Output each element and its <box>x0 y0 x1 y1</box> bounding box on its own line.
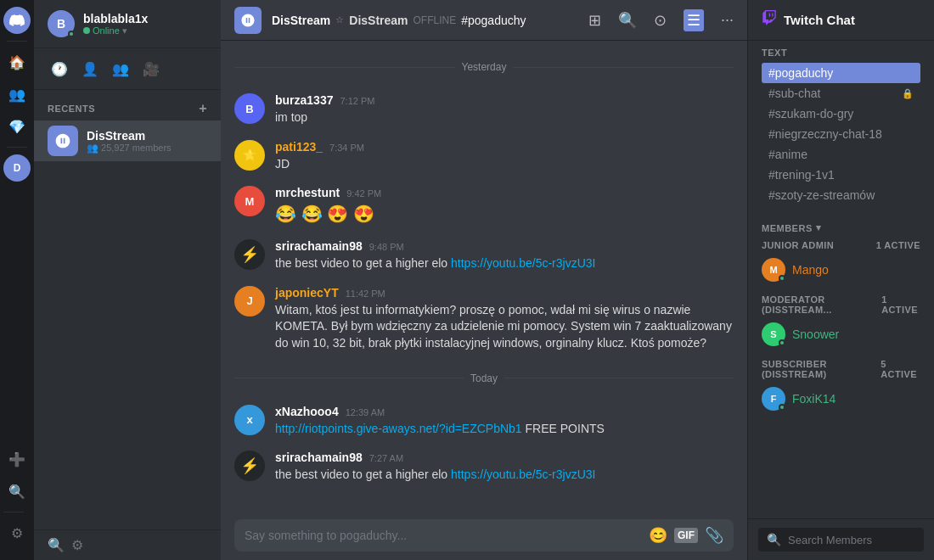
chat-input-area: 😊 GIF 📎 <box>221 511 747 560</box>
server-avatar <box>48 126 78 156</box>
video-icon[interactable]: 🎥 <box>139 57 163 81</box>
chat-messages: Yesterday B burza1337 7:12 PM im top ⭐ p… <box>221 41 747 511</box>
search-members-icon: 🔍 <box>767 533 781 546</box>
msg-time-sriracha2: 7:27 AM <box>369 453 403 463</box>
sidebar-header: B blablabla1x Online ▾ <box>34 0 221 48</box>
menu-icon[interactable]: ☰ <box>684 9 704 31</box>
discord-logo[interactable] <box>3 7 31 34</box>
gif-icon[interactable]: GIF <box>674 528 698 543</box>
msg-text-sriracha1: the best video to get a higher elo https… <box>275 255 734 272</box>
message-xnazhooo4: x xNazhooo4 12:39 AM http://riotpoints.g… <box>234 405 734 438</box>
online-status: Online ▾ <box>83 25 148 36</box>
more-icon[interactable]: ··· <box>721 11 734 29</box>
user-avatar: B <box>48 10 75 37</box>
avatar-sriracha1: ⚡ <box>234 239 265 270</box>
status-dot-foxik14 <box>779 404 785 411</box>
msg-text-sriracha2: the best video to get a higher elo https… <box>275 467 734 484</box>
member-name-snoower: Snoower <box>792 328 839 341</box>
clock-icon[interactable]: 🕐 <box>48 57 71 81</box>
members-section: MEMBERS ▾ JUNIOR ADMIN 1 Active M Mango … <box>748 216 934 427</box>
channel-szukam[interactable]: #szukam-do-gry <box>762 104 920 124</box>
member-mango[interactable]: M Mango <box>762 255 920 284</box>
role-header-moderator: MODERATOR (DISSTREAM... 1 Active <box>762 294 920 315</box>
attachment-icon[interactable]: 📎 <box>705 526 723 545</box>
msg-content-burza1337: burza1337 7:12 PM im top <box>275 93 734 126</box>
home-icon[interactable]: 🏠 <box>3 48 31 76</box>
explore-icon[interactable]: 🔍 <box>3 478 31 505</box>
settings-footer-icon[interactable]: ⚙ <box>71 537 83 553</box>
avatar-burza1337: B <box>234 93 265 124</box>
msg-time-sriracha1: 9:48 PM <box>369 242 404 252</box>
status-dot <box>83 27 90 34</box>
friends-icon[interactable]: 👤 <box>78 57 102 81</box>
chat-server-name2: DisStream <box>349 14 408 27</box>
nitro-icon[interactable]: 💎 <box>3 113 31 140</box>
message-burza1337: B burza1337 7:12 PM im top <box>234 93 734 126</box>
username-label: blablabla1x <box>83 12 148 25</box>
role-header-junior-admin: JUNIOR ADMIN 1 Active <box>762 240 920 250</box>
member-foxik14[interactable]: F FoxiK14 <box>762 384 920 413</box>
twitch-chat-label: Twitch Chat <box>784 13 855 27</box>
chat-input[interactable] <box>245 529 642 542</box>
link-sriracha1[interactable]: https://youtu.be/5c-r3jvzU3I <box>451 256 595 270</box>
msg-time-mrchestunt: 9:42 PM <box>346 188 381 199</box>
channel-anime[interactable]: #anime <box>762 144 920 165</box>
channel-niegrzeczny[interactable]: #niegrzeczny-chat-18 <box>762 124 920 144</box>
avatar-foxik14: F <box>762 387 785 411</box>
search-members-input[interactable] <box>788 534 931 546</box>
message-sriracha1: ⚡ srirachamain98 9:48 PM the best video … <box>234 239 734 272</box>
msg-text-japoniec: Witam, ktoś jest tu informatykiem? prosz… <box>275 302 734 352</box>
msg-text-burza1337: im top <box>275 109 734 126</box>
text-section-label: TEXT <box>762 48 920 58</box>
apps-icon[interactable]: ⊞ <box>588 11 601 30</box>
sidebar-footer: 🔍 ⚙ <box>34 529 221 560</box>
link-sriracha2[interactable]: https://youtu.be/5c-r3jvzU3I <box>451 468 595 481</box>
msg-time-xnazhooo4: 12:39 AM <box>346 407 385 417</box>
channel-sub-chat[interactable]: #sub-chat 🔒 <box>762 83 920 104</box>
message-japoniec: J japoniecYT 11:42 PM Witam, ktoś jest t… <box>234 286 734 352</box>
add-friend-icon[interactable]: 👥 <box>109 57 132 81</box>
search-bar: 🔍 <box>748 518 934 560</box>
add-server-icon[interactable]: ➕ <box>3 445 31 473</box>
right-panel: Twitch Chat TEXT #pogaduchy #sub-chat 🔒 … <box>747 0 934 560</box>
member-snoower[interactable]: S Snoower <box>762 320 920 349</box>
server-icon[interactable]: D <box>3 154 31 182</box>
role-moderator: MODERATOR (DISSTREAM... 1 Active S Snoow… <box>762 294 920 349</box>
main-chat: DisStream ☆ DisStream OFFLINE #pogaduchy… <box>221 0 747 560</box>
members-header[interactable]: MEMBERS ▾ <box>762 222 920 233</box>
msg-time-burza1337: 7:12 PM <box>340 96 374 106</box>
member-name-foxik14: FoxiK14 <box>792 392 836 406</box>
server-small-avatar <box>234 7 262 34</box>
today-separator: Today <box>234 372 734 384</box>
member-name-mango: Mango <box>792 263 829 277</box>
msg-content-pati123: pati123_ 7:34 PM JD <box>275 140 734 173</box>
link-xnazhooo4[interactable]: http://riotpoints.give-aways.net/?id=EZC… <box>275 422 522 435</box>
chat-header: DisStream ☆ DisStream OFFLINE #pogaduchy… <box>221 0 747 41</box>
offline-status: OFFLINE <box>414 14 457 26</box>
search-icon[interactable]: 🔍 <box>618 11 637 30</box>
search-footer-icon[interactable]: 🔍 <box>48 537 65 553</box>
disstream-server-item[interactable]: DisStream 👥 25,927 members <box>34 120 221 161</box>
msg-text-xnazhooo4: http://riotpoints.give-aways.net/?id=EZC… <box>275 421 734 438</box>
separator <box>7 41 27 42</box>
msg-text-pati123: JD <box>275 156 734 173</box>
msg-content-japoniec: japoniecYT 11:42 PM Witam, ktoś jest tu … <box>275 286 734 352</box>
recents-header: Recents + <box>34 90 221 120</box>
user-settings-icon[interactable]: ⚙ <box>3 519 31 546</box>
avatar-japoniec: J <box>234 286 265 316</box>
add-button[interactable]: + <box>199 102 207 115</box>
chat-channel: #pogaduchy <box>461 14 526 27</box>
icon-bar: 🏠 👥 💎 D ➕ 🔍 ⚙ <box>0 0 34 560</box>
emoji-icon[interactable]: 😊 <box>649 526 667 545</box>
avatar-pati123: ⭐ <box>234 140 265 171</box>
separator2 <box>7 147 27 148</box>
msg-username-sriracha1: srirachamain98 <box>275 239 363 253</box>
sidebar-icons: 🕐 👤 👥 🎥 <box>34 48 221 90</box>
star-icon[interactable]: ☆ <box>335 14 344 25</box>
friends-icon[interactable]: 👥 <box>3 81 31 108</box>
channel-szoty[interactable]: #szoty-ze-streamów <box>762 185 920 205</box>
text-section: TEXT #pogaduchy #sub-chat 🔒 #szukam-do-g… <box>748 41 934 209</box>
layers-icon[interactable]: ⊙ <box>654 11 667 30</box>
channel-trening[interactable]: #trening-1v1 <box>762 165 920 185</box>
channel-pogaduchy[interactable]: #pogaduchy <box>762 63 920 83</box>
